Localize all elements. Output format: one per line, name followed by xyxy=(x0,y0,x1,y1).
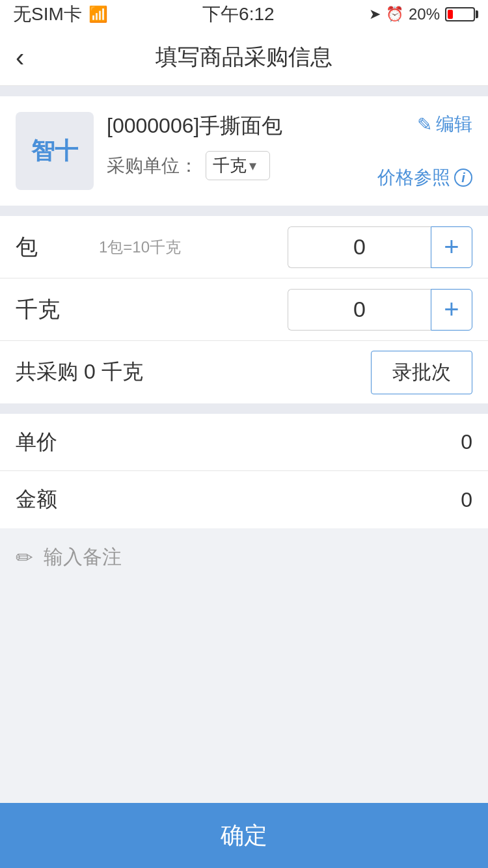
price-ref-label: 价格参照 xyxy=(377,165,450,190)
unit-prefix-label: 采购单位： xyxy=(107,154,198,178)
status-left: 无SIM卡 📶 xyxy=(13,2,108,27)
alarm-icon: ⏰ xyxy=(386,6,403,23)
confirm-button[interactable]: 确定 xyxy=(0,803,488,868)
location-icon: ➤ xyxy=(369,6,381,23)
content-spacer xyxy=(0,586,488,716)
pack-input-wrap: + xyxy=(288,226,472,268)
price-ref-icon: i xyxy=(454,169,472,187)
edit-label: 编辑 xyxy=(436,112,472,137)
summary-row: 共采购 0 千克 录批次 xyxy=(0,341,488,403)
top-divider xyxy=(0,86,488,96)
kg-input-wrap: + xyxy=(288,289,472,331)
unit-arrow-icon: ▾ xyxy=(249,157,256,174)
kg-label: 千克 xyxy=(16,295,94,325)
time-label: 下午6:12 xyxy=(202,2,275,27)
unit-price-label: 单价 xyxy=(16,428,57,457)
kg-input[interactable] xyxy=(288,289,431,331)
amount-row: 金额 0 xyxy=(0,471,488,528)
battery-indicator xyxy=(445,7,475,21)
price-section: 单价 0 金额 0 xyxy=(0,414,488,528)
summary-text: 共采购 0 千克 xyxy=(16,358,143,387)
unit-price-row: 单价 0 xyxy=(0,414,488,471)
kg-input-row: 千克 + xyxy=(0,278,488,341)
edit-icon: ✎ xyxy=(417,114,432,135)
input-section: 包 1包=10千克 + 千克 + xyxy=(0,216,488,341)
battery-label: 20% xyxy=(409,5,440,23)
pack-plus-button[interactable]: + xyxy=(431,226,472,268)
note-icon: ✏ xyxy=(16,545,33,570)
batch-button[interactable]: 录批次 xyxy=(371,351,472,394)
pack-input[interactable] xyxy=(288,226,431,268)
back-button[interactable]: ‹ xyxy=(16,44,24,70)
mid-divider xyxy=(0,206,488,216)
unit-select[interactable]: 千克 ▾ xyxy=(206,151,270,180)
carrier-label: 无SIM卡 xyxy=(13,2,82,27)
price-divider xyxy=(0,403,488,414)
status-bar: 无SIM卡 📶 下午6:12 ➤ ⏰ 20% xyxy=(0,0,488,29)
amount-value: 0 xyxy=(461,488,472,512)
note-placeholder: 输入备注 xyxy=(44,544,122,571)
product-image-text: 智十 xyxy=(31,137,78,165)
pack-sublabel: 1包=10千克 xyxy=(99,237,288,258)
edit-button[interactable]: ✎ 编辑 xyxy=(417,112,472,137)
pack-label: 包 xyxy=(16,232,94,262)
unit-price-value: 0 xyxy=(461,430,472,454)
amount-label: 金额 xyxy=(16,485,57,514)
pack-input-row: 包 1包=10千克 + xyxy=(0,216,488,278)
page-title: 填写商品采购信息 xyxy=(156,42,332,72)
product-image: 智十 xyxy=(16,112,94,190)
price-ref-button[interactable]: 价格参照 i xyxy=(377,165,472,190)
confirm-label: 确定 xyxy=(221,820,267,852)
note-section[interactable]: ✏ 输入备注 xyxy=(0,528,488,586)
product-card: 智十 [0000006]手撕面包 采购单位： 千克 ▾ ✎ 编辑 价格参照 i xyxy=(0,96,488,206)
nav-bar: ‹ 填写商品采购信息 xyxy=(0,29,488,86)
kg-plus-button[interactable]: + xyxy=(431,289,472,331)
unit-value: 千克 xyxy=(213,154,247,177)
status-right: ➤ ⏰ 20% xyxy=(369,5,475,23)
wifi-icon: 📶 xyxy=(88,5,108,23)
